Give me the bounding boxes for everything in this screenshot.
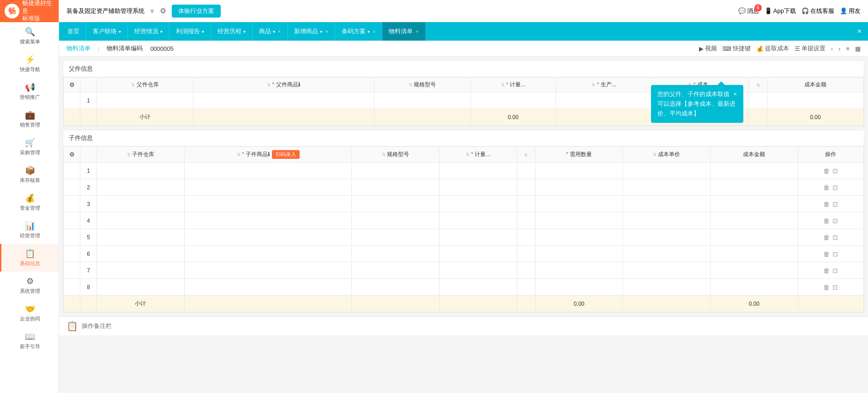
sidebar-item-经营管理[interactable]: 📊经营管理 (0, 216, 59, 244)
delete-icon[interactable]: 🗑 (823, 184, 830, 191)
copy-icon[interactable]: ⊡ (832, 284, 838, 291)
sidebar-item-库存核算[interactable]: 📦库存核算 (0, 161, 59, 188)
child-row-unit[interactable] (440, 246, 517, 262)
tab-close-icon[interactable]: × (373, 29, 375, 34)
sidebar-item-快捷导航[interactable]: ⚡快捷导航 (0, 50, 59, 78)
tooltip-close-btn[interactable]: × (733, 90, 737, 99)
breadcrumb-link[interactable]: 物料清单 (66, 44, 90, 53)
cost-action[interactable]: 💰 提取成本 (756, 44, 789, 53)
child-row-product[interactable] (184, 262, 352, 279)
nav-tab-物料清单[interactable]: 物料清单× (382, 22, 425, 41)
child-row-unit-price[interactable] (623, 196, 711, 212)
copy-icon[interactable]: ⊡ (832, 250, 838, 258)
copy-icon[interactable]: ⊡ (832, 234, 838, 241)
copy-icon[interactable]: ⊡ (832, 217, 838, 224)
child-row-warehouse[interactable] (97, 262, 185, 279)
settings-action[interactable]: ☰ 单据设置 (795, 44, 826, 53)
child-row-spec[interactable] (352, 179, 440, 196)
child-row-unit[interactable] (440, 279, 517, 296)
child-row-qty[interactable] (535, 212, 623, 229)
copy-icon[interactable]: ⊡ (832, 267, 838, 274)
parent-row-spec[interactable] (374, 92, 470, 109)
child-row-product[interactable] (184, 163, 352, 179)
scan-input-btn[interactable]: 扫码录入 (272, 150, 300, 159)
nav-tab-条码方案[interactable]: 条码方案▾× (335, 22, 382, 41)
parent-row-unit[interactable] (470, 92, 556, 109)
delete-icon[interactable]: 🗑 (823, 250, 830, 258)
child-row-qty[interactable] (535, 246, 623, 262)
child-row-product[interactable] (184, 212, 352, 229)
nav-tab-利润报告[interactable]: 利润报告▾ (169, 22, 211, 41)
child-row-unit-price[interactable] (623, 262, 711, 279)
message-action[interactable]: 💬 消息 6 (738, 7, 759, 15)
nav-tab-经营历程[interactable]: 经营历程▾ (211, 22, 253, 41)
child-row-unit-price[interactable] (623, 212, 711, 229)
child-row-product[interactable] (184, 279, 352, 296)
child-row-warehouse[interactable] (97, 212, 185, 229)
sidebar-item-新手引导[interactable]: 📖新手引导 (0, 327, 59, 355)
video-action[interactable]: ▶ 视频 (699, 44, 717, 53)
parent-row-production[interactable] (556, 92, 652, 109)
delete-icon[interactable]: 🗑 (823, 217, 830, 224)
app-download-action[interactable]: 📱 App下载 (765, 7, 796, 15)
child-row-qty[interactable] (535, 163, 623, 179)
child-row-product[interactable] (184, 179, 352, 196)
child-row-qty[interactable] (535, 196, 623, 212)
child-row-unit[interactable] (440, 163, 517, 179)
child-row-unit[interactable] (440, 262, 517, 279)
child-row-product[interactable] (184, 196, 352, 212)
child-row-spec[interactable] (352, 163, 440, 179)
child-row-unit-price[interactable] (623, 279, 711, 296)
child-row-qty[interactable] (535, 279, 623, 296)
child-row-unit[interactable] (440, 229, 517, 246)
shortcut-action[interactable]: ⌨ 快捷键 (723, 44, 751, 53)
child-row-warehouse[interactable] (97, 163, 185, 179)
sidebar-item-系统管理[interactable]: ⚙系统管理 (0, 272, 59, 299)
delete-icon[interactable]: 🗑 (823, 267, 830, 274)
nav-tab-经营情况[interactable]: 经营情况▾ (128, 22, 169, 41)
child-row-warehouse[interactable] (97, 196, 185, 212)
sidebar-item-采购管理[interactable]: 🛒采购管理 (0, 133, 59, 161)
nav-bar-close-btn[interactable]: × (853, 27, 866, 36)
online-service-action[interactable]: 🎧 在线客服 (802, 7, 834, 15)
nav-tab-客户联络[interactable]: 客户联络▾ (86, 22, 128, 41)
sidebar-item-企业协同[interactable]: 🤝企业协同 (0, 299, 59, 327)
delete-icon[interactable]: 🗑 (823, 200, 830, 208)
child-row-spec[interactable] (352, 229, 440, 246)
child-row-unit[interactable] (440, 196, 517, 212)
copy-icon[interactable]: ⊡ (832, 184, 838, 191)
nav-tab-商品[interactable]: 商品▾× (253, 22, 288, 41)
sidebar-item-营销推广[interactable]: 📢营销推广 (0, 78, 59, 105)
child-row-spec[interactable] (352, 212, 440, 229)
child-row-spec[interactable] (352, 279, 440, 296)
nav-tab-新增商品[interactable]: 新增商品▾× (288, 22, 335, 41)
delete-icon[interactable]: 🗑 (823, 234, 830, 241)
child-row-unit-price[interactable] (623, 229, 711, 246)
child-row-product[interactable] (184, 229, 352, 246)
copy-icon[interactable]: ⊡ (832, 167, 838, 175)
tab-close-icon[interactable]: × (416, 29, 418, 34)
parent-row-warehouse[interactable] (97, 92, 193, 109)
tab-close-icon[interactable]: × (325, 29, 328, 34)
sidebar-item-基础信息[interactable]: 📋基础信息 (0, 244, 59, 272)
sidebar-item-搜索菜单[interactable]: 🔍搜索菜单 (0, 22, 59, 50)
child-col-settings[interactable]: ⚙ (64, 147, 80, 163)
child-row-unit[interactable] (440, 212, 517, 229)
nav-tab-首页[interactable]: 首页 (61, 22, 86, 41)
list-view-icon[interactable]: ≡ (846, 45, 850, 52)
child-row-qty[interactable] (535, 262, 623, 279)
parent-col-settings[interactable]: ⚙ (64, 78, 80, 92)
child-row-unit[interactable] (440, 179, 517, 196)
child-row-product[interactable] (184, 246, 352, 262)
child-row-warehouse[interactable] (97, 179, 185, 196)
sidebar-item-销售管理[interactable]: 💼销售管理 (0, 105, 59, 133)
dropdown-arrow[interactable]: ▾ (150, 6, 154, 16)
child-row-unit-price[interactable] (623, 246, 711, 262)
copy-icon[interactable]: ⊡ (832, 200, 838, 208)
parent-row-product[interactable] (193, 92, 374, 109)
sidebar-item-资金管理[interactable]: 💰资金管理 (0, 188, 59, 216)
child-row-spec[interactable] (352, 246, 440, 262)
nav-next-btn[interactable]: › (838, 45, 840, 52)
child-row-warehouse[interactable] (97, 246, 185, 262)
user-action[interactable]: 👤 用友 (840, 7, 861, 15)
